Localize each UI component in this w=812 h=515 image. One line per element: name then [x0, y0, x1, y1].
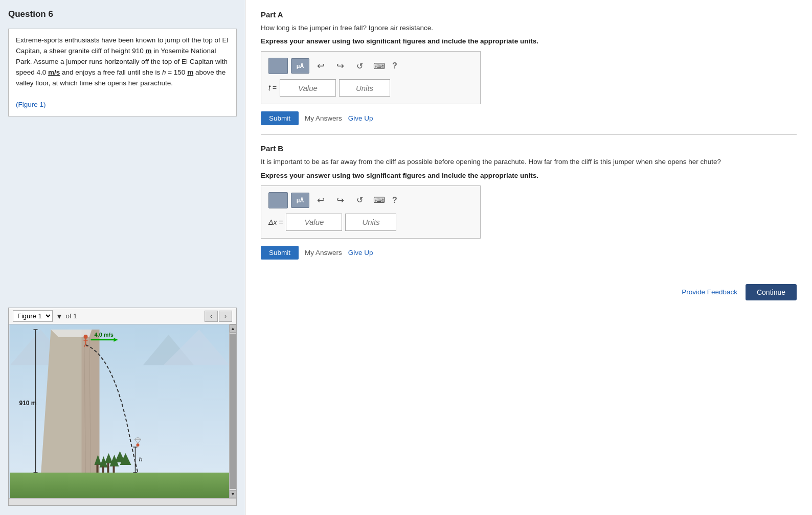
part-a-answer-box: μÅ ↩ ↪ ↺ ⌨ ? t = — [261, 51, 481, 104]
mu-icon-btn-a[interactable]: μÅ — [291, 58, 309, 74]
part-b-give-up-link[interactable]: Give Up — [348, 249, 373, 256]
redo-btn-b[interactable]: ↪ — [332, 193, 348, 208]
part-a-label: Part A — [261, 10, 797, 19]
part-b-answer-label: Δx = — [268, 218, 283, 226]
part-b-section: Part B It is important to be as far away… — [261, 144, 797, 268]
part-b-answer-row: Δx = — [268, 214, 473, 231]
figure-nav: ‹ › — [205, 311, 232, 322]
part-a-value-input[interactable] — [280, 79, 336, 97]
figure-select[interactable]: Figure 1 — [13, 310, 53, 322]
part-a-question: How long is the jumper in free fall? Ign… — [261, 23, 797, 33]
scroll-down-btn[interactable]: ▼ — [230, 490, 237, 498]
svg-rect-9 — [10, 473, 235, 498]
part-b-submit-btn[interactable]: Submit — [261, 246, 299, 260]
provide-feedback-link[interactable]: Provide Feedback — [682, 288, 737, 296]
scroll-up-btn[interactable]: ▲ — [230, 324, 237, 333]
redo-btn-a[interactable]: ↪ — [332, 58, 348, 74]
figure-container: Figure 1 ▼ of 1 ‹ › — [8, 308, 237, 506]
figure-image-area: 4.0 m/s 910 m h — [9, 324, 236, 498]
part-a-units-input[interactable] — [339, 79, 390, 97]
bottom-actions: Provide Feedback Continue — [261, 279, 797, 300]
svg-text:910 m: 910 m — [19, 400, 37, 407]
part-a-answer-label: t = — [268, 84, 277, 92]
figure-svg: 4.0 m/s 910 m h — [9, 324, 236, 498]
keyboard-btn-a[interactable]: ⌨ — [371, 58, 387, 74]
part-a-section: Part A How long is the jumper in free fa… — [261, 10, 797, 134]
part-a-toolbar: μÅ ↩ ↪ ↺ ⌨ ? — [268, 58, 473, 74]
refresh-btn-b[interactable]: ↺ — [351, 193, 368, 208]
part-a-submit-btn[interactable]: Submit — [261, 111, 299, 125]
help-btn-a[interactable]: ? — [390, 61, 399, 71]
part-b-question: It is important to be as far away from t… — [261, 157, 797, 167]
part-a-actions: Submit My Answers Give Up — [261, 111, 797, 125]
svg-point-20 — [84, 335, 88, 339]
part-a-my-answers-link[interactable]: My Answers — [305, 114, 342, 122]
part-b-answer-box: μÅ ↩ ↪ ↺ ⌨ ? Δx = — [261, 185, 481, 239]
svg-text:h: h — [139, 455, 143, 463]
undo-btn-b[interactable]: ↩ — [312, 193, 329, 208]
help-btn-b[interactable]: ? — [390, 196, 399, 205]
figure-toolbar: Figure 1 ▼ of 1 ‹ › — [9, 308, 236, 324]
undo-btn-a[interactable]: ↩ — [312, 58, 329, 74]
grid-icon-btn-b[interactable] — [268, 192, 288, 208]
part-b-my-answers-link[interactable]: My Answers — [305, 249, 342, 256]
part-divider — [261, 134, 797, 135]
part-b-value-input[interactable] — [286, 214, 342, 231]
svg-rect-16 — [97, 464, 99, 473]
part-b-toolbar: μÅ ↩ ↪ ↺ ⌨ ? — [268, 192, 473, 208]
refresh-btn-a[interactable]: ↺ — [351, 58, 368, 74]
right-panel: Part A How long is the jumper in free fa… — [245, 0, 812, 515]
svg-point-36 — [137, 443, 140, 447]
svg-text:4.0 m/s: 4.0 m/s — [95, 332, 114, 338]
figure-of: of 1 — [66, 312, 77, 320]
question-text-box: Extreme-sports enthusiasts have been kno… — [8, 29, 237, 116]
part-a-instruction: Express your answer using two significan… — [261, 37, 797, 45]
part-b-actions: Submit My Answers Give Up — [261, 246, 797, 260]
figure-hscrollbar[interactable] — [9, 498, 236, 505]
keyboard-btn-b[interactable]: ⌨ — [371, 193, 387, 208]
left-panel: Question 6 Extreme-sports enthusiasts ha… — [0, 0, 245, 515]
svg-rect-18 — [107, 463, 109, 473]
grid-icon-btn-a[interactable] — [268, 58, 288, 74]
mu-icon-btn-b[interactable]: μÅ — [291, 193, 309, 208]
part-b-units-input[interactable] — [345, 214, 396, 231]
scroll-thumb[interactable] — [230, 334, 237, 489]
continue-btn[interactable]: Continue — [746, 284, 797, 300]
question-title: Question 6 — [8, 9, 237, 19]
figure-link[interactable]: (Figure 1) — [16, 101, 46, 108]
part-b-label: Part B — [261, 144, 797, 153]
svg-rect-17 — [102, 466, 104, 473]
part-a-answer-row: t = — [268, 79, 473, 97]
question-text: Extreme-sports enthusiasts have been kno… — [16, 36, 228, 87]
part-b-instruction: Express your answer using two significan… — [261, 172, 797, 179]
figure-next-btn[interactable]: › — [219, 311, 232, 322]
svg-rect-19 — [113, 466, 115, 473]
figure-dropdown-icon: ▼ — [56, 312, 63, 320]
part-a-give-up-link[interactable]: Give Up — [348, 114, 373, 122]
figure-scrollbar[interactable]: ▲ ▼ — [229, 324, 236, 498]
figure-prev-btn[interactable]: ‹ — [205, 311, 218, 322]
